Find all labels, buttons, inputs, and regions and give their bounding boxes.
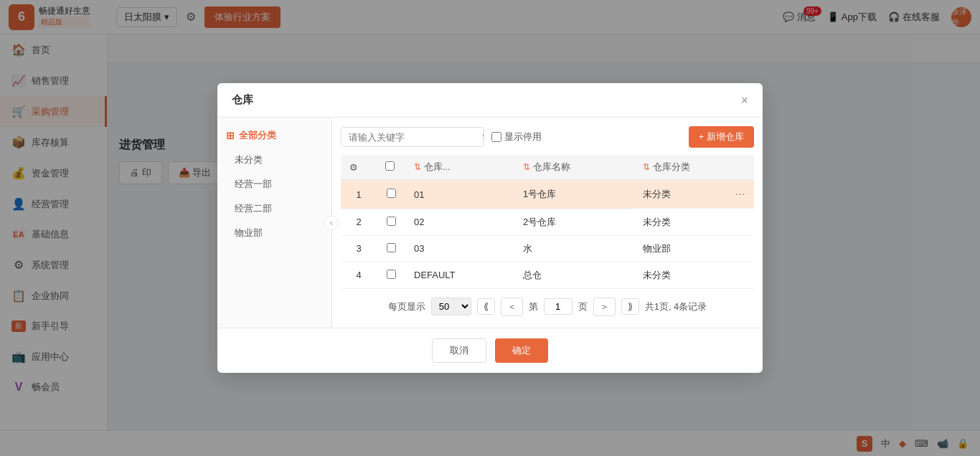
- category-item-dept2[interactable]: 经营二部: [217, 196, 331, 221]
- row-num: 2: [341, 209, 377, 235]
- per-page-select[interactable]: 50 10 20 100: [431, 298, 471, 315]
- row-name: 2号仓库: [514, 209, 634, 235]
- row-code: 02: [405, 209, 514, 235]
- search-icon[interactable]: 🔍: [476, 128, 484, 146]
- modal-overlay: 仓库 × ⊞ 全部分类 ‹ 未分类 经营一部: [0, 0, 980, 456]
- table-row[interactable]: 1 01 1号仓库 未分类 ···: [341, 180, 754, 209]
- col-settings: ⚙: [341, 155, 377, 180]
- category-panel: ⊞ 全部分类 ‹ 未分类 经营一部 经营二部 物业部: [217, 118, 332, 328]
- show-disabled-checkbox[interactable]: [491, 132, 501, 142]
- warehouse-modal: 仓库 × ⊞ 全部分类 ‹ 未分类 经营一部: [217, 83, 763, 373]
- first-page-button[interactable]: ⟪: [477, 298, 495, 315]
- add-warehouse-button[interactable]: + 新增仓库: [689, 126, 754, 148]
- modal-body: ⊞ 全部分类 ‹ 未分类 经营一部 经营二部 物业部: [217, 118, 763, 328]
- table-row[interactable]: 3 03 水 物业部: [341, 235, 754, 262]
- row-checkbox: [377, 235, 405, 262]
- gear-icon: ⚙: [349, 162, 358, 173]
- row-name: 1号仓库: [514, 180, 634, 209]
- category-all[interactable]: ⊞ 全部分类: [217, 123, 331, 148]
- table-row[interactable]: 2 02 2号仓库 未分类: [341, 209, 754, 235]
- modal-footer: 取消 确定: [217, 328, 763, 373]
- warehouse-table: ⚙ ⇅ 仓库... ⇅ 仓库名称: [341, 155, 754, 289]
- col-category-header: ⇅ 仓库分类: [634, 155, 754, 180]
- close-button[interactable]: ×: [740, 94, 748, 107]
- prev-page-button[interactable]: ＜: [501, 298, 523, 316]
- col-name-header: ⇅ 仓库名称: [514, 155, 634, 180]
- col-code-header: ⇅ 仓库...: [405, 155, 514, 180]
- page-input[interactable]: [544, 298, 573, 315]
- collapse-button[interactable]: ‹: [324, 216, 339, 230]
- category-item-dept1[interactable]: 经营一部: [217, 172, 331, 196]
- row-checkbox: [377, 180, 405, 209]
- modal-header: 仓库 ×: [217, 83, 763, 118]
- row-category: 未分类: [634, 262, 754, 288]
- select-all-checkbox[interactable]: [385, 161, 395, 171]
- show-disabled-label[interactable]: 显示停用: [491, 130, 542, 143]
- row-actions[interactable]: ···: [735, 186, 745, 201]
- search-box: 🔍: [341, 127, 484, 147]
- row-code: 03: [405, 235, 514, 262]
- last-page-button[interactable]: ⟫: [621, 298, 639, 315]
- table-toolbar: 🔍 显示停用 + 新增仓库: [341, 126, 754, 148]
- grid-icon: ⊞: [226, 130, 235, 141]
- row-name: 水: [514, 235, 634, 262]
- category-item-property[interactable]: 物业部: [217, 221, 331, 245]
- modal-title: 仓库: [232, 93, 253, 107]
- category-item-unclassified[interactable]: 未分类: [217, 148, 331, 172]
- table-row[interactable]: 4 DEFAULT 总仓 未分类: [341, 262, 754, 288]
- next-page-button[interactable]: ＞: [593, 298, 616, 316]
- sort-icon: ⇅: [643, 162, 650, 172]
- sort-icon: ⇅: [414, 162, 421, 172]
- table-toolbar-left: 🔍 显示停用: [341, 127, 542, 147]
- pagination: 每页显示 50 10 20 100 ⟪ ＜ 第 页 ＞ ⟫ 共1页, 4条记录: [341, 289, 754, 319]
- search-input[interactable]: [341, 128, 476, 146]
- total-count: 共1页, 4条记录: [645, 300, 707, 313]
- row-category: 未分类 ···: [634, 180, 754, 209]
- row-name: 总仓: [514, 262, 634, 288]
- row-num: 4: [341, 262, 377, 288]
- table-panel: 🔍 显示停用 + 新增仓库 ⚙: [332, 118, 763, 328]
- row-checkbox: [377, 209, 405, 235]
- row-checkbox: [377, 262, 405, 288]
- row-code: DEFAULT: [405, 262, 514, 288]
- cancel-button[interactable]: 取消: [432, 338, 486, 363]
- row-category: 物业部: [634, 235, 754, 262]
- row-category: 未分类: [634, 209, 754, 235]
- row-code: 01: [405, 180, 514, 209]
- col-checkbox: [377, 155, 405, 180]
- confirm-button[interactable]: 确定: [495, 338, 548, 363]
- row-num: 3: [341, 235, 377, 262]
- row-num: 1: [341, 180, 377, 209]
- sort-icon: ⇅: [523, 162, 530, 172]
